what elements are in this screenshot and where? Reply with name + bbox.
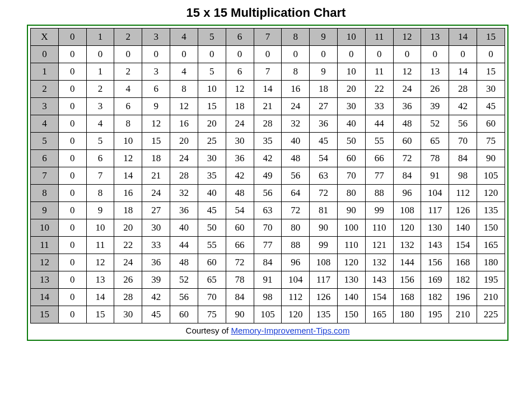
- table-cell: 225: [477, 306, 505, 323]
- table-cell: 0: [142, 46, 170, 63]
- table-cell: 180: [477, 254, 505, 271]
- table-header-row: X0123456789101112131415: [31, 29, 505, 46]
- table-cell: 8: [282, 63, 310, 81]
- table-cell: 36: [310, 115, 338, 133]
- table-cell: 120: [393, 219, 421, 237]
- table-cell: 99: [365, 202, 393, 219]
- column-header: 2: [114, 29, 142, 46]
- table-cell: 100: [337, 219, 365, 237]
- table-cell: 14: [114, 167, 142, 185]
- table-cell: 39: [142, 271, 170, 289]
- row-header: 0: [31, 46, 59, 63]
- table-cell: 88: [365, 185, 393, 202]
- table-cell: 0: [114, 46, 142, 63]
- table-border-wrap: X012345678910111213141500000000000000000…: [27, 25, 508, 341]
- table-cell: 42: [226, 167, 254, 185]
- table-cell: 117: [310, 271, 338, 289]
- table-cell: 32: [282, 115, 310, 133]
- table-cell: 30: [226, 133, 254, 150]
- table-cell: 36: [142, 254, 170, 271]
- table-cell: 14: [449, 63, 477, 81]
- table-cell: 45: [198, 202, 226, 219]
- table-cell: 70: [449, 133, 477, 150]
- row-header: 3: [31, 98, 59, 115]
- table-cell: 168: [449, 254, 477, 271]
- column-header: 6: [226, 29, 254, 46]
- table-cell: 49: [254, 167, 282, 185]
- table-cell: 10: [337, 63, 365, 81]
- table-cell: 81: [310, 202, 338, 219]
- table-cell: 4: [86, 115, 114, 133]
- table-cell: 42: [254, 150, 282, 167]
- row-header: 11: [31, 237, 59, 254]
- table-cell: 0: [310, 46, 338, 63]
- table-cell: 144: [393, 254, 421, 271]
- footer-link[interactable]: Memory-Improvement-Tips.com: [231, 326, 349, 335]
- table-cell: 60: [226, 219, 254, 237]
- table-cell: 210: [477, 289, 505, 306]
- table-cell: 0: [58, 115, 86, 133]
- table-cell: 21: [142, 167, 170, 185]
- table-cell: 39: [421, 98, 449, 115]
- table-cell: 27: [142, 202, 170, 219]
- table-cell: 110: [337, 237, 365, 254]
- table-cell: 0: [58, 150, 86, 167]
- page-container: 15 x 15 Multiplication Chart X0123456789…: [0, 0, 532, 394]
- table-cell: 54: [310, 150, 338, 167]
- table-cell: 90: [477, 150, 505, 167]
- table-cell: 4: [170, 63, 198, 81]
- table-cell: 16: [170, 115, 198, 133]
- table-cell: 3: [142, 63, 170, 81]
- table-row: 10123456789101112131415: [31, 63, 505, 81]
- table-cell: 6: [86, 150, 114, 167]
- table-cell: 45: [310, 133, 338, 150]
- table-cell: 0: [86, 46, 114, 63]
- table-cell: 60: [337, 150, 365, 167]
- table-cell: 135: [477, 202, 505, 219]
- table-cell: 64: [282, 185, 310, 202]
- table-cell: 0: [337, 46, 365, 63]
- table-cell: 8: [170, 81, 198, 98]
- table-cell: 98: [254, 289, 282, 306]
- table-cell: 126: [449, 202, 477, 219]
- table-cell: 56: [282, 167, 310, 185]
- table-cell: 55: [198, 237, 226, 254]
- table-cell: 120: [477, 185, 505, 202]
- table-cell: 30: [114, 306, 142, 323]
- table-cell: 88: [282, 237, 310, 254]
- table-cell: 0: [58, 185, 86, 202]
- table-cell: 78: [226, 271, 254, 289]
- table-cell: 16: [282, 81, 310, 98]
- table-cell: 40: [337, 115, 365, 133]
- table-cell: 30: [477, 81, 505, 98]
- column-header: 5: [198, 29, 226, 46]
- table-cell: 26: [114, 271, 142, 289]
- table-cell: 140: [337, 289, 365, 306]
- table-cell: 40: [198, 185, 226, 202]
- row-header: 12: [31, 254, 59, 271]
- table-row: 110112233445566778899110121132143154165: [31, 237, 505, 254]
- table-cell: 110: [365, 219, 393, 237]
- table-cell: 75: [477, 133, 505, 150]
- table-cell: 20: [198, 115, 226, 133]
- table-cell: 13: [86, 271, 114, 289]
- table-cell: 22: [114, 237, 142, 254]
- table-cell: 84: [254, 254, 282, 271]
- table-cell: 63: [254, 202, 282, 219]
- row-header: 9: [31, 202, 59, 219]
- table-row: 1401428425670849811212614015416818219621…: [31, 289, 505, 306]
- column-header: 0: [58, 29, 86, 46]
- column-header: 13: [421, 29, 449, 46]
- table-cell: 182: [449, 271, 477, 289]
- table-cell: 0: [58, 306, 86, 323]
- column-header: 8: [282, 29, 310, 46]
- table-cell: 10: [114, 133, 142, 150]
- table-cell: 143: [421, 237, 449, 254]
- table-cell: 56: [254, 185, 282, 202]
- table-cell: 117: [421, 202, 449, 219]
- table-cell: 24: [282, 98, 310, 115]
- table-cell: 3: [86, 98, 114, 115]
- table-cell: 16: [114, 185, 142, 202]
- table-cell: 25: [198, 133, 226, 150]
- column-header: 14: [449, 29, 477, 46]
